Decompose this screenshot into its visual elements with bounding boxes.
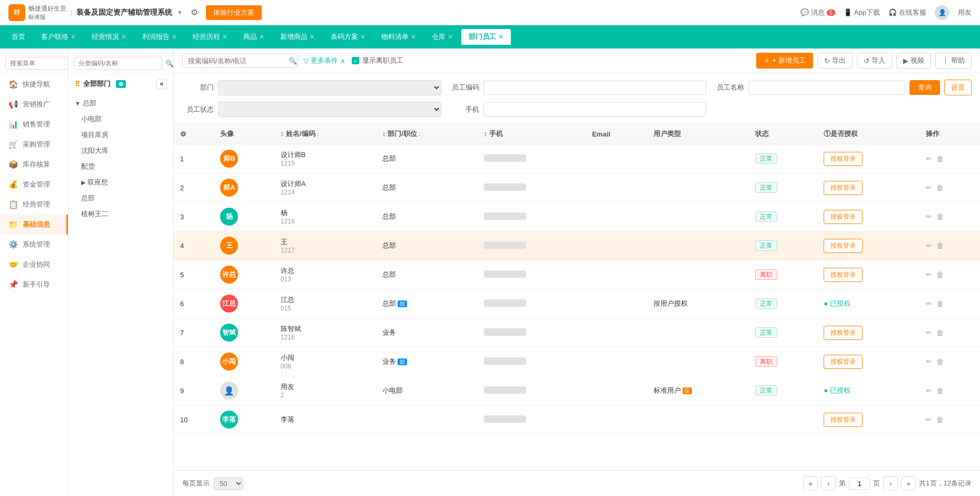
- sidebar-item-purchase[interactable]: 🛒采购管理: [0, 134, 68, 154]
- phone-filter-input[interactable]: [483, 102, 707, 116]
- close-goods-tab[interactable]: ✕: [259, 33, 264, 41]
- close-operations-tab[interactable]: ✕: [121, 33, 126, 41]
- close-customer-tab[interactable]: ✕: [71, 33, 76, 41]
- page-input[interactable]: [849, 478, 870, 490]
- delete-icon[interactable]: 🗑: [936, 386, 944, 395]
- nav-tab-home[interactable]: 首页: [4, 29, 33, 45]
- edit-icon[interactable]: ✏: [926, 357, 932, 366]
- close-addgoods-tab[interactable]: ✕: [310, 33, 315, 41]
- more-conditions-button[interactable]: ▽ 更多条件 ∧: [303, 56, 345, 65]
- nav-tab-barcode[interactable]: 条码方案 ✕: [323, 29, 373, 45]
- row-auth[interactable]: 授权登录: [817, 202, 919, 231]
- dept-node-project[interactable]: 项目库房: [68, 127, 173, 143]
- sidebar-item-sales[interactable]: 📊销售管理: [0, 114, 68, 134]
- sidebar-item-operations[interactable]: 📋经营管理: [0, 194, 68, 215]
- help-button[interactable]: ｜ 帮助: [935, 53, 972, 69]
- empcode-filter-input[interactable]: [483, 81, 707, 95]
- auth-button[interactable]: 授权登录: [824, 326, 863, 340]
- next-page-button[interactable]: ›: [883, 476, 898, 491]
- row-auth[interactable]: 授权登录: [817, 173, 919, 202]
- online-support-button[interactable]: 🎧 在线客服: [888, 8, 926, 17]
- auth-button[interactable]: 授权登录: [824, 268, 863, 282]
- sidebar-item-guide[interactable]: 📌新手引导: [0, 275, 68, 295]
- nav-tab-goods[interactable]: 商品 ✕: [236, 29, 272, 45]
- app-download-button[interactable]: 📱 App下载: [844, 8, 880, 17]
- sidebar-item-basic[interactable]: 📁基础信息: [0, 215, 68, 235]
- auth-button[interactable]: 授权登录: [824, 413, 863, 427]
- user-name[interactable]: 用友: [958, 8, 972, 17]
- row-auth[interactable]: ● 已授权: [817, 289, 919, 318]
- sidebar-item-quicknav[interactable]: 🏠快捷导航: [0, 74, 68, 94]
- close-history-tab[interactable]: ✕: [222, 33, 227, 41]
- delete-icon[interactable]: 🗑: [936, 241, 944, 250]
- auth-button[interactable]: 授权登录: [824, 181, 863, 195]
- sidebar-item-collab[interactable]: 🤝企业协同: [0, 255, 68, 275]
- nav-tab-operations[interactable]: 经营情况 ✕: [84, 29, 134, 45]
- auth-button[interactable]: 授权登录: [824, 210, 863, 224]
- empstatus-filter-select[interactable]: [218, 102, 441, 117]
- delete-icon[interactable]: 🗑: [936, 270, 944, 279]
- edit-icon[interactable]: ✏: [926, 241, 932, 250]
- experience-plan-button[interactable]: 体验行业方案: [206, 5, 262, 20]
- add-employee-button[interactable]: ＋ + 新增员工: [756, 53, 813, 69]
- row-auth[interactable]: 授权登录: [817, 144, 919, 173]
- dropdown-icon[interactable]: ▼: [176, 9, 183, 16]
- close-bom-tab[interactable]: ✕: [411, 33, 416, 41]
- page-size-select[interactable]: 50 100: [214, 477, 243, 490]
- delete-icon[interactable]: 🗑: [936, 212, 944, 221]
- nav-tab-bom[interactable]: 物料清单 ✕: [374, 29, 423, 45]
- auth-button[interactable]: 授权登录: [824, 355, 863, 369]
- delete-icon[interactable]: 🗑: [936, 328, 944, 337]
- view-button[interactable]: ▶ 视频: [896, 53, 931, 69]
- edit-icon[interactable]: ✏: [926, 328, 932, 337]
- set-button[interactable]: 设置: [944, 80, 972, 95]
- row-auth[interactable]: 授权登录: [817, 231, 919, 260]
- settings-icon[interactable]: ⚙: [187, 5, 202, 20]
- sidebar-search-input[interactable]: [5, 57, 68, 70]
- edit-icon[interactable]: ✏: [926, 154, 932, 163]
- row-auth[interactable]: 授权登录: [817, 260, 919, 289]
- col-dept[interactable]: ↕ 部门/职位: [376, 124, 478, 144]
- sidebar-item-system[interactable]: ⚙️系统管理: [0, 235, 68, 255]
- delete-icon[interactable]: 🗑: [936, 183, 944, 192]
- edit-icon[interactable]: ✏: [926, 299, 932, 308]
- nav-tab-customer[interactable]: 客户联络 ✕: [34, 29, 83, 45]
- edit-icon[interactable]: ✏: [926, 212, 932, 221]
- all-departments-header[interactable]: ⠿ 全部部门 ⊕ «: [68, 74, 173, 93]
- collapse-button[interactable]: «: [156, 79, 167, 89]
- edit-icon[interactable]: ✏: [926, 270, 932, 279]
- sidebar-item-finance[interactable]: 💰资金管理: [0, 174, 68, 194]
- nav-tab-history[interactable]: 经营历程 ✕: [185, 29, 235, 45]
- dept-node-shenyang[interactable]: 沈阳大库: [68, 143, 173, 159]
- dept-node-zhishu[interactable]: 植树王二: [68, 206, 173, 222]
- sidebar-item-marketing[interactable]: 📢营销推广: [0, 94, 68, 114]
- dept-filter-select[interactable]: [218, 80, 441, 95]
- last-page-button[interactable]: »: [901, 476, 916, 491]
- row-auth[interactable]: ● 已授权: [817, 376, 919, 405]
- auth-button[interactable]: 授权登录: [824, 152, 863, 166]
- nav-tab-addgoods[interactable]: 新增商品 ✕: [273, 29, 322, 45]
- employee-search-input[interactable]: [182, 54, 298, 68]
- dept-node-zongbu-root[interactable]: ▼总部: [68, 95, 173, 111]
- dept-node-zongbu[interactable]: 总部: [68, 190, 173, 206]
- prev-page-button[interactable]: ‹: [821, 476, 836, 491]
- empname-filter-input[interactable]: [748, 81, 905, 95]
- edit-icon[interactable]: ✏: [926, 386, 932, 395]
- nav-tab-profit[interactable]: 利润报告 ✕: [135, 29, 184, 45]
- show-resigned-checkbox[interactable]: ✓ 显示离职员工: [352, 56, 403, 65]
- delete-icon[interactable]: 🗑: [936, 154, 944, 163]
- sidebar-item-inventory[interactable]: 📦库存核算: [0, 154, 68, 174]
- close-barcode-tab[interactable]: ✕: [360, 33, 365, 41]
- row-auth[interactable]: 授权登录: [817, 405, 919, 434]
- close-warehouse-tab[interactable]: ✕: [448, 33, 453, 41]
- dept-node-shuangzuo[interactable]: ▶双座想: [68, 174, 173, 190]
- row-auth[interactable]: 授权登录: [817, 347, 919, 376]
- message-button[interactable]: 💬 消息 5: [800, 8, 835, 17]
- edit-icon[interactable]: ✏: [926, 183, 932, 192]
- first-page-button[interactable]: «: [803, 476, 818, 491]
- close-employee-tab[interactable]: ✕: [498, 33, 503, 41]
- row-auth[interactable]: 授权登录: [817, 318, 919, 347]
- edit-icon[interactable]: ✏: [926, 415, 932, 424]
- dept-search-input[interactable]: [74, 57, 162, 70]
- import-button[interactable]: ↺ 导入: [857, 53, 892, 69]
